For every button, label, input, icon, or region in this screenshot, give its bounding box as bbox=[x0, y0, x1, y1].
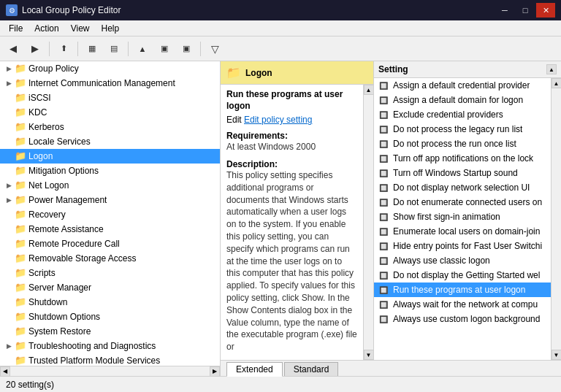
tree-item-recovery[interactable]: 📁 Recovery bbox=[0, 207, 220, 222]
settings-scroll[interactable]: 🔲 Assign a default credential provider 🔲… bbox=[374, 78, 551, 360]
menu-help[interactable]: Help bbox=[96, 22, 126, 35]
tree-item-removable[interactable]: 📁 Removable Storage Access bbox=[0, 251, 220, 266]
tree-item-troubleshoot[interactable]: ▶ 📁 Troubleshooting and Diagnostics bbox=[0, 339, 220, 353]
tree-item-rpc[interactable]: 📁 Remote Procedure Call bbox=[0, 237, 220, 251]
tree-label-recovery: Recovery bbox=[28, 210, 66, 220]
folder-icon-recovery: 📁 bbox=[15, 209, 26, 220]
forward-button[interactable]: ▶ bbox=[25, 39, 45, 58]
setting-item-7[interactable]: 🔲 Do not display network selection UI bbox=[374, 180, 551, 195]
folder-icon-tpm: 📁 bbox=[15, 355, 26, 366]
setting-item-13[interactable]: 🔲 Do not display the Getting Started wel bbox=[374, 268, 551, 283]
tree-item-group-policy[interactable]: ▶ 📁 Group Policy bbox=[0, 61, 220, 76]
tree-item-shutdown-opts[interactable]: 📁 Shutdown Options bbox=[0, 310, 220, 324]
toolbar-sep-4 bbox=[200, 42, 201, 56]
policy-setting-link[interactable]: Edit policy setting bbox=[244, 115, 312, 125]
setting-item-8[interactable]: 🔲 Do not enumerate connected users on bbox=[374, 195, 551, 210]
tree-hscroll-left[interactable]: ◀ bbox=[0, 366, 10, 377]
tree-item-kdc[interactable]: 📁 KDC bbox=[0, 105, 220, 120]
tree-item-scripts[interactable]: 📁 Scripts bbox=[0, 266, 220, 280]
setting-item-9[interactable]: 🔲 Show first sign-in animation bbox=[374, 210, 551, 224]
expander-internet-comm[interactable]: ▶ bbox=[3, 77, 15, 89]
settings-vscroll[interactable]: ▲ ▼ bbox=[551, 78, 561, 360]
setting-label-1: Assign a default domain for logon bbox=[393, 95, 523, 105]
setting-icon-3: 🔲 bbox=[377, 123, 390, 135]
close-button[interactable]: ✕ bbox=[536, 3, 555, 18]
settings-scroll-up[interactable]: ▲ bbox=[552, 78, 562, 88]
desc-item-title: Run these programs at user logon bbox=[226, 89, 357, 112]
expander-power-mgmt[interactable]: ▶ bbox=[3, 194, 15, 206]
folder-icon-power-mgmt: 📁 bbox=[15, 194, 26, 206]
tree-hscroll-right[interactable]: ▶ bbox=[210, 366, 220, 377]
tree-item-kerberos[interactable]: 📁 Kerberos bbox=[0, 120, 220, 134]
folder-icon-system-restore: 📁 bbox=[15, 326, 26, 337]
setting-item-12[interactable]: 🔲 Always use classic logon bbox=[374, 253, 551, 268]
setting-item-2[interactable]: 🔲 Exclude credential providers bbox=[374, 107, 551, 122]
menu-view[interactable]: View bbox=[65, 22, 96, 35]
settings-sort-btn[interactable]: ▲ bbox=[546, 64, 557, 74]
maximize-button[interactable]: □ bbox=[516, 3, 535, 18]
minimize-button[interactable]: ─ bbox=[495, 3, 514, 18]
setting-icon-16: 🔲 bbox=[377, 313, 390, 325]
refresh-button[interactable]: ▣ bbox=[176, 39, 196, 58]
tree-item-tpm[interactable]: 📁 Trusted Platform Module Services bbox=[0, 353, 220, 366]
tree-label-shutdown-opts: Shutdown Options bbox=[28, 312, 100, 322]
desc-vscroll[interactable]: ▲ ▼ bbox=[363, 85, 373, 360]
description-label: Description: bbox=[226, 159, 357, 169]
up-button[interactable]: ⬆ bbox=[53, 39, 74, 58]
tree-item-logon[interactable]: 📁 Logon bbox=[0, 149, 220, 164]
folder-icon-logon: 📁 bbox=[15, 150, 26, 162]
tab-standard[interactable]: Standard bbox=[284, 362, 339, 376]
content-area: 📁 Logon Run these programs at user logon… bbox=[221, 61, 561, 360]
new-tab-button[interactable]: ▲ bbox=[132, 39, 153, 58]
desc-scroll-up[interactable]: ▲ bbox=[364, 85, 374, 95]
folder-icon-kdc: 📁 bbox=[15, 107, 26, 118]
tree-item-shutdown[interactable]: 📁 Shutdown bbox=[0, 295, 220, 310]
setting-item-0[interactable]: 🔲 Assign a default credential provider bbox=[374, 78, 551, 93]
tree-item-system-restore[interactable]: 📁 System Restore bbox=[0, 324, 220, 339]
tree-item-mitigation[interactable]: 📁 Mitigation Options bbox=[0, 164, 220, 178]
setting-label-11: Hide entry points for Fast User Switchi bbox=[393, 241, 542, 251]
setting-item-5[interactable]: 🔲 Turn off app notifications on the lock bbox=[374, 151, 551, 166]
desc-scroll[interactable]: Run these programs at user logon Edit Ed… bbox=[221, 85, 363, 360]
setting-item-3[interactable]: 🔲 Do not process the legacy run list bbox=[374, 122, 551, 137]
tree-item-iscsi[interactable]: 📁 iSCSI bbox=[0, 91, 220, 105]
tree-item-remote-assist[interactable]: 📁 Remote Assistance bbox=[0, 222, 220, 237]
setting-label-2: Exclude credential providers bbox=[393, 109, 503, 120]
setting-item-15[interactable]: 🔲 Always wait for the network at compu bbox=[374, 297, 551, 312]
tree-hscroll-track bbox=[10, 366, 210, 377]
setting-icon-10: 🔲 bbox=[377, 226, 390, 237]
setting-item-11[interactable]: 🔲 Hide entry points for Fast User Switch… bbox=[374, 239, 551, 253]
setting-item-10[interactable]: 🔲 Enumerate local users on domain-join bbox=[374, 224, 551, 239]
setting-item-1[interactable]: 🔲 Assign a default domain for logon bbox=[374, 93, 551, 107]
show-hide-tree[interactable]: ▦ bbox=[82, 39, 102, 58]
menu-file[interactable]: File bbox=[3, 22, 28, 35]
tree-item-internet-comm[interactable]: ▶ 📁 Internet Communication Management bbox=[0, 76, 220, 91]
tab-extended[interactable]: Extended bbox=[226, 362, 283, 377]
desc-description: Description: This policy setting specifi… bbox=[226, 159, 357, 353]
setting-icon-12: 🔲 bbox=[377, 255, 390, 266]
setting-label-3: Do not process the legacy run list bbox=[393, 124, 522, 134]
settings-scroll-down[interactable]: ▼ bbox=[552, 350, 562, 360]
filter-button[interactable]: ▽ bbox=[205, 39, 225, 58]
setting-item-16[interactable]: 🔲 Always use custom logon background bbox=[374, 312, 551, 326]
tab-bar: Extended Standard bbox=[221, 361, 340, 376]
tree-scroll[interactable]: ▶ 📁 Group Policy ▶ 📁 Internet Communicat… bbox=[0, 61, 220, 366]
setting-icon-4: 🔲 bbox=[377, 138, 390, 150]
tree-item-net-logon[interactable]: ▶ 📁 Net Logon bbox=[0, 178, 220, 193]
tree-hscroll[interactable]: ◀ ▶ bbox=[0, 366, 220, 376]
desc-scroll-down[interactable]: ▼ bbox=[364, 350, 374, 360]
menu-action[interactable]: Action bbox=[28, 22, 64, 35]
expander-net-logon[interactable]: ▶ bbox=[3, 180, 15, 191]
show-standard-tabs[interactable]: ▤ bbox=[104, 39, 124, 58]
expander-troubleshoot[interactable]: ▶ bbox=[3, 340, 15, 352]
setting-item-4[interactable]: 🔲 Do not process the run once list bbox=[374, 137, 551, 151]
tree-item-server-mgr[interactable]: 📁 Server Manager bbox=[0, 280, 220, 295]
bookmarks-button[interactable]: ▣ bbox=[154, 39, 175, 58]
setting-item-14[interactable]: 🔲 Run these programs at user logon bbox=[374, 283, 551, 297]
tree-item-power-mgmt[interactable]: ▶ 📁 Power Management bbox=[0, 193, 220, 207]
expander-group-policy[interactable]: ▶ bbox=[3, 63, 15, 74]
back-button[interactable]: ◀ bbox=[3, 39, 23, 58]
title-bar: ⚙ Local Group Policy Editor ─ □ ✕ bbox=[0, 0, 561, 20]
tree-item-locale[interactable]: 📁 Locale Services bbox=[0, 134, 220, 149]
setting-item-6[interactable]: 🔲 Turn off Windows Startup sound bbox=[374, 166, 551, 180]
